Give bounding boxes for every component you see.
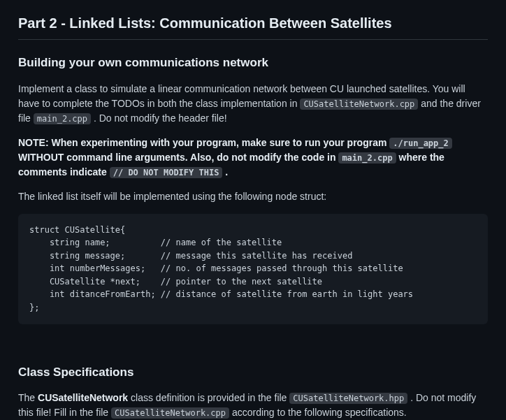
- struct-intro: The linked list itself will be implement…: [18, 189, 488, 204]
- text: . Do not modify the header file!: [94, 113, 227, 124]
- code-block-struct: struct CUSatellite{ string name; // name…: [18, 214, 488, 324]
- text: according to the following specification…: [232, 407, 407, 418]
- section-building-title: Building your own communications network: [18, 54, 488, 72]
- classspec-paragraph: The CUSatelliteNetwork class definition …: [18, 391, 488, 420]
- note-paragraph: NOTE: When experimenting with your progr…: [18, 136, 488, 180]
- page-title: Part 2 - Linked Lists: Communication Bet…: [18, 13, 488, 40]
- note-text: NOTE: When experimenting with your progr…: [18, 137, 389, 148]
- code-filename-main: main_2.cpp: [338, 152, 396, 164]
- code-run-cmd: ./run_app_2: [389, 138, 451, 149]
- code-filename-hpp: CUSatelliteNetwork.hpp: [289, 393, 407, 404]
- text: The: [18, 392, 38, 403]
- code-filename-impl: CUSatelliteNetwork.cpp: [300, 99, 418, 110]
- note-text: .: [225, 166, 228, 178]
- text: class definition is provided in the file: [131, 392, 289, 403]
- code-filename-driver: main_2.cpp: [34, 113, 91, 124]
- code-comment-nomodify: // DO NOT MODIFY THIS: [110, 167, 223, 178]
- section-classspec-title: Class Specifications: [18, 363, 488, 382]
- note-text: WITHOUT command line arguments. Also, do…: [18, 152, 338, 163]
- class-name: CUSatelliteNetwork: [38, 392, 128, 403]
- code-filename-cpp: CUSatelliteNetwork.cpp: [111, 407, 229, 419]
- intro-paragraph: Implement a class to simulate a linear c…: [18, 82, 488, 126]
